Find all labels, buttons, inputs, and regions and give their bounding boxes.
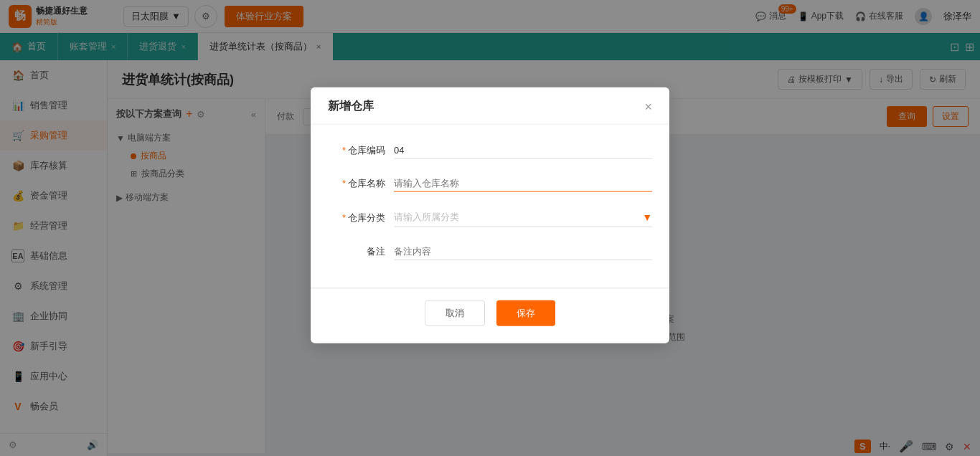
warehouse-category-select[interactable]: 请输入所属分类 ▼: [394, 208, 652, 227]
save-button[interactable]: 保存: [496, 300, 555, 326]
warehouse-category-placeholder: 请输入所属分类: [394, 211, 459, 224]
modal-body: 仓库编码 仓库名称 仓库分类 请输入所属分类 ▼ 备注: [311, 125, 669, 288]
add-warehouse-modal: 新增仓库 × 仓库编码 仓库名称 仓库分类 请输入所属分类 ▼ 备注 取消: [311, 87, 669, 343]
warehouse-note-row: 备注: [328, 243, 652, 260]
warehouse-note-input[interactable]: [394, 243, 652, 260]
warehouse-code-input[interactable]: [394, 142, 652, 159]
warehouse-code-label: 仓库编码: [328, 144, 385, 157]
warehouse-note-label: 备注: [328, 245, 385, 258]
modal-header: 新增仓库 ×: [311, 87, 669, 125]
warehouse-code-row: 仓库编码: [328, 142, 652, 159]
modal-title: 新增仓库: [328, 99, 374, 114]
cancel-button[interactable]: 取消: [425, 300, 485, 326]
warehouse-category-label: 仓库分类: [328, 211, 385, 224]
modal-footer: 取消 保存: [311, 288, 669, 343]
warehouse-name-label: 仓库名称: [328, 177, 385, 190]
warehouse-category-row: 仓库分类 请输入所属分类 ▼: [328, 208, 652, 227]
warehouse-name-input[interactable]: [394, 175, 652, 192]
warehouse-category-arrow: ▼: [642, 212, 652, 223]
modal-close-button[interactable]: ×: [644, 100, 652, 113]
warehouse-name-row: 仓库名称: [328, 175, 652, 192]
